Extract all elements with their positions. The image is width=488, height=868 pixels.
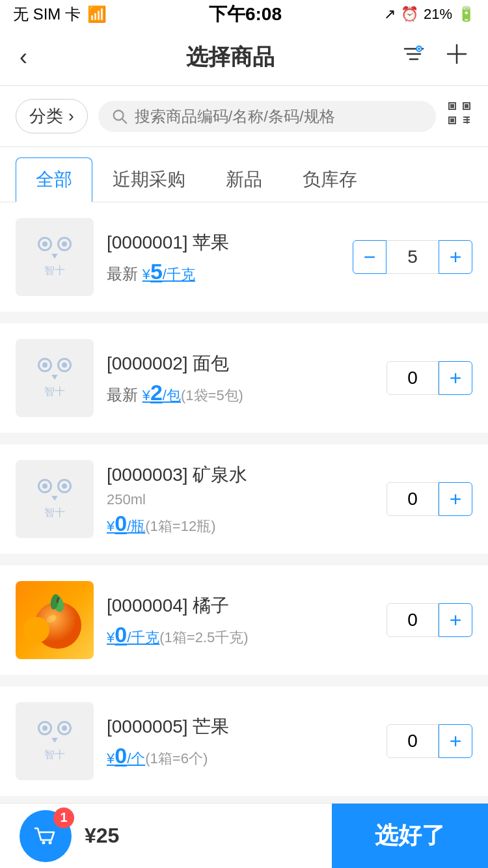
owl-logo: 智十	[38, 479, 72, 520]
battery-label: 21%	[424, 6, 452, 23]
product-info-0000003: [0000003] 矿泉水 250ml ¥0/瓶(1箱=12瓶)	[107, 463, 373, 536]
qty-input[interactable]	[386, 240, 439, 274]
owl-logo: 智十	[38, 721, 72, 762]
product-price: ¥0/千克(1箱=2.5千克)	[107, 622, 373, 647]
qty-input[interactable]	[386, 603, 439, 637]
qty-plus-button[interactable]: +	[439, 724, 472, 758]
product-item-0000003: 智十 [0000003] 矿泉水 250ml ¥0/瓶(1箱=12瓶) +	[0, 444, 488, 554]
product-image-0000001: 智十	[16, 218, 94, 296]
quantity-control-0000002: +	[386, 361, 472, 395]
status-right: ↗ ⏰ 21% 🔋	[384, 6, 475, 23]
wifi-icon: 📶	[87, 5, 107, 23]
category-arrow: ›	[68, 106, 74, 126]
nav-bar: ‹ 选择商品	[0, 29, 488, 86]
svg-line-24	[57, 598, 59, 602]
tab-bar: 全部 近期采购 新品 负库存	[0, 147, 488, 202]
product-item-0000004: [0000004] 橘子 ¥0/千克(1箱=2.5千克) +	[0, 565, 488, 675]
qty-input[interactable]	[386, 361, 439, 395]
product-image-0000002: 智十	[16, 339, 94, 417]
qty-plus-button[interactable]: +	[439, 240, 472, 274]
qty-plus-button[interactable]: +	[439, 482, 472, 516]
owl-logo: 智十	[38, 358, 72, 399]
qty-minus-button[interactable]: −	[353, 240, 386, 274]
product-list: 智十 [0000001] 苹果 最新 ¥5/千克 − + 智十	[0, 202, 488, 868]
tab-negative[interactable]: 负库存	[282, 157, 377, 202]
product-info-0000005: [0000005] 芒果 ¥0/个(1箱=6个)	[107, 714, 373, 768]
product-price: 最新 ¥2/包(1袋=5包)	[107, 380, 373, 405]
qty-plus-button[interactable]: +	[439, 603, 472, 637]
product-info-0000001: [0000001] 苹果 最新 ¥5/千克	[107, 230, 340, 284]
product-name: [0000001] 苹果	[107, 230, 340, 255]
qty-input[interactable]	[386, 482, 439, 516]
search-input-wrap[interactable]	[98, 101, 436, 132]
qty-input[interactable]	[386, 724, 439, 758]
cart-button[interactable]: 1	[20, 810, 72, 862]
location-icon: ↗	[384, 6, 396, 23]
tab-recent[interactable]: 近期采购	[92, 157, 206, 202]
qty-plus-button[interactable]: +	[439, 361, 472, 395]
cart-total: ¥25	[85, 824, 119, 848]
svg-point-4	[418, 47, 420, 50]
add-icon[interactable]	[445, 42, 468, 72]
tab-all[interactable]: 全部	[16, 157, 92, 202]
svg-point-27	[49, 841, 52, 844]
product-item-0000001: 智十 [0000001] 苹果 最新 ¥5/千克 − +	[0, 202, 488, 312]
product-item-0000005: 智十 [0000005] 芒果 ¥0/个(1箱=6个) +	[0, 686, 488, 796]
product-price: 最新 ¥5/千克	[107, 259, 340, 284]
orange-illustration	[22, 588, 87, 653]
svg-rect-13	[465, 104, 468, 108]
category-button[interactable]: 分类 ›	[16, 99, 88, 133]
quantity-control-0000004: +	[386, 603, 472, 637]
nav-actions	[402, 42, 468, 72]
cart-section: 1 ¥25	[0, 810, 332, 862]
filter-icon[interactable]	[402, 42, 426, 72]
product-image-0000005: 智十	[16, 702, 94, 780]
product-info-0000004: [0000004] 橘子 ¥0/千克(1箱=2.5千克)	[107, 593, 373, 647]
search-input[interactable]	[135, 107, 423, 126]
confirm-button[interactable]: 选好了	[332, 804, 488, 869]
status-left: 无 SIM 卡 📶	[13, 4, 107, 25]
product-name: [0000005] 芒果	[107, 714, 373, 739]
quantity-control-0000001: − +	[353, 240, 472, 274]
product-info-0000002: [0000002] 面包 最新 ¥2/包(1袋=5包)	[107, 351, 373, 405]
svg-rect-12	[450, 104, 454, 108]
product-image-0000003: 智十	[16, 460, 94, 538]
status-bar: 无 SIM 卡 📶 下午6:08 ↗ ⏰ 21% 🔋	[0, 0, 488, 29]
product-item-0000002: 智十 [0000002] 面包 最新 ¥2/包(1袋=5包) +	[0, 323, 488, 433]
time-label: 下午6:08	[209, 2, 282, 27]
search-bar: 分类 ›	[0, 86, 488, 147]
product-price: ¥0/瓶(1箱=12瓶)	[107, 511, 373, 536]
carrier-label: 无 SIM 卡	[13, 4, 81, 25]
quantity-control-0000005: +	[386, 724, 472, 758]
quantity-control-0000003: +	[386, 482, 472, 516]
product-name: [0000003] 矿泉水	[107, 463, 373, 487]
svg-rect-14	[450, 118, 454, 122]
page-title: 选择商品	[186, 42, 275, 72]
product-name: [0000004] 橘子	[107, 593, 373, 618]
category-label: 分类	[29, 105, 63, 128]
barcode-icon[interactable]	[446, 100, 472, 132]
battery-icon: 🔋	[457, 6, 475, 23]
svg-line-8	[122, 118, 126, 122]
back-button[interactable]: ‹	[20, 44, 59, 71]
product-spec: 250ml	[107, 491, 373, 508]
search-icon	[111, 107, 128, 126]
product-price: ¥0/个(1箱=6个)	[107, 743, 373, 768]
alarm-icon: ⏰	[401, 6, 418, 23]
product-name: [0000002] 面包	[107, 351, 373, 376]
cart-icon	[31, 822, 60, 850]
product-image-0000004	[16, 581, 94, 659]
tab-new[interactable]: 新品	[206, 157, 282, 202]
svg-point-26	[42, 841, 46, 844]
cart-badge: 1	[53, 807, 74, 828]
svg-point-21	[23, 617, 49, 643]
bottom-bar: 1 ¥25 选好了	[0, 803, 488, 868]
owl-logo: 智十	[38, 237, 72, 278]
